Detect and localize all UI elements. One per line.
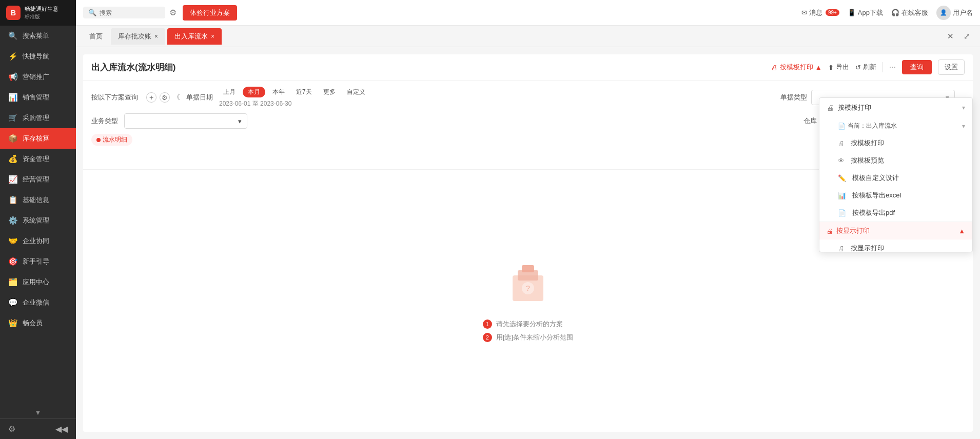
app-download-btn[interactable]: 📱 App下载 bbox=[848, 8, 883, 17]
member-icon: 👑 bbox=[8, 318, 17, 328]
sidebar-item-enterprise[interactable]: 🤝 企业协同 bbox=[0, 231, 76, 251]
online-service-btn[interactable]: 🎧 在线客服 bbox=[891, 8, 928, 17]
basic-icon: 📋 bbox=[8, 195, 17, 205]
date-custom-btn[interactable]: 自定义 bbox=[343, 87, 369, 97]
maximize-btn[interactable]: ⤢ bbox=[961, 30, 973, 43]
chevron-up-icon: ▲ bbox=[958, 227, 965, 235]
date-filter: 上月 本月 本年 近7天 更多 自定义 2023-06-01 至 2023-06… bbox=[219, 87, 369, 108]
tab-close-icon[interactable]: × bbox=[154, 33, 158, 40]
sidebar-item-finance[interactable]: 💰 资金管理 bbox=[0, 149, 76, 169]
empty-tips: 1 请先选择要分析的方案 2 用[选]条件来缩小分析范围 bbox=[483, 320, 573, 342]
settings-button[interactable]: 设置 bbox=[938, 59, 965, 75]
print-icon: 🖨 bbox=[838, 245, 845, 252]
display-print-section-label: 按显示打印 bbox=[836, 226, 870, 235]
sidebar-item-quick-nav[interactable]: ⚡ 快捷导航 bbox=[0, 46, 76, 67]
template-preview-item[interactable]: 👁 按模板预览 bbox=[819, 152, 972, 169]
tab-label: 出入库流水 bbox=[174, 32, 208, 41]
design-icon: ✏️ bbox=[838, 174, 846, 182]
message-badge: 99+ bbox=[826, 9, 839, 16]
sidebar-item-purchase[interactable]: 🛒 采购管理 bbox=[0, 108, 76, 128]
print-btn[interactable]: 🖨 按模板打印 ▲ bbox=[771, 63, 822, 72]
dropdown-scrollable: 🖨 按模板打印 ▾ 📄 当前：出入库流水 ▾ 🖨 按模板打印 bbox=[819, 98, 972, 252]
query-button[interactable]: 查询 bbox=[902, 60, 932, 74]
quick-nav-icon: ⚡ bbox=[8, 52, 17, 61]
sidebar-item-marketing[interactable]: 📢 营销推广 bbox=[0, 67, 76, 87]
sidebar-item-search[interactable]: 🔍 搜索菜单 bbox=[0, 26, 76, 46]
tab-label: 库存批次账 bbox=[118, 32, 151, 41]
template-export-excel-label: 按模板导出excel bbox=[852, 191, 901, 200]
template-export-pdf-label: 按模板导出pdf bbox=[852, 208, 895, 217]
sidebar-item-basic[interactable]: 📋 基础信息 bbox=[0, 190, 76, 210]
filter-collapse-btn[interactable]: 《 bbox=[173, 93, 180, 102]
sidebar-scroll-down[interactable]: ▼ bbox=[0, 407, 76, 418]
display-print-header[interactable]: 🖨 按显示打印 ▲ bbox=[819, 222, 972, 240]
pdf-icon: 📄 bbox=[838, 209, 846, 217]
tab-inventory-batch[interactable]: 库存批次账 × bbox=[111, 28, 165, 45]
excel-icon: 📊 bbox=[838, 192, 846, 199]
sidebar-item-app-center[interactable]: 🗂️ 应用中心 bbox=[0, 272, 76, 292]
collapse-icon[interactable]: ◀◀ bbox=[55, 424, 68, 434]
filter-setting-btn[interactable]: ⚙ bbox=[160, 92, 170, 103]
message-btn[interactable]: ✉ 消息 99+ bbox=[801, 8, 839, 17]
template-export-pdf-item[interactable]: 📄 按模板导出pdf bbox=[819, 204, 972, 222]
sidebar-item-inventory[interactable]: 📦 库存核算 bbox=[0, 128, 76, 149]
sidebar-item-wechat[interactable]: 💬 企业微信 bbox=[0, 292, 76, 313]
app-download-label: App下载 bbox=[858, 8, 883, 17]
tab-in-out-flow[interactable]: 出入库流水 × bbox=[167, 28, 222, 45]
settings-icon[interactable]: ⚙ bbox=[8, 424, 15, 434]
warehouse-label: 仓库 bbox=[803, 116, 817, 126]
template-export-excel-item[interactable]: 📊 按模板导出excel bbox=[819, 187, 972, 204]
topbar-search-box[interactable]: 🔍 bbox=[83, 7, 165, 18]
date-this-month-btn[interactable]: 本月 bbox=[243, 87, 265, 97]
template-design-item[interactable]: ✏️ 模板自定义设计 bbox=[819, 169, 972, 187]
sidebar-bottom: ⚙ ◀◀ bbox=[0, 418, 76, 439]
system-icon: ⚙️ bbox=[8, 216, 17, 225]
document-icon: 📄 bbox=[838, 123, 846, 130]
refresh-btn[interactable]: ↺ 刷新 bbox=[855, 63, 876, 72]
marketing-icon: 📢 bbox=[8, 72, 17, 82]
template-print-header[interactable]: 🖨 按模板打印 ▾ bbox=[819, 98, 972, 117]
filter-add-btn[interactable]: + bbox=[146, 92, 156, 103]
search-icon: 🔍 bbox=[8, 31, 17, 41]
sidebar-item-label: 采购管理 bbox=[23, 113, 49, 123]
date-more-btn[interactable]: 更多 bbox=[319, 87, 340, 97]
sidebar-item-system[interactable]: ⚙️ 系统管理 bbox=[0, 210, 76, 231]
main-area: 🔍 ⚙ 体验行业方案 ✉ 消息 99+ 📱 App下载 🎧 在线客服 👤 用户名 bbox=[76, 0, 980, 439]
template-print-item-label: 按模板打印 bbox=[851, 138, 884, 148]
sidebar-item-guide[interactable]: 🎯 新手引导 bbox=[0, 251, 76, 272]
sidebar-item-label: 销售管理 bbox=[23, 93, 49, 102]
template-print-item[interactable]: 🖨 按模板打印 bbox=[819, 134, 972, 152]
template-print-section: 🖨 按模板打印 ▾ 📄 当前：出入库流水 ▾ 🖨 按模板打印 bbox=[819, 98, 972, 222]
guide-icon: 🎯 bbox=[8, 257, 17, 266]
business-type-select[interactable]: ▾ bbox=[124, 113, 247, 129]
search-input[interactable] bbox=[100, 9, 161, 16]
wechat-icon: 💬 bbox=[8, 298, 17, 307]
business-type-label: 业务类型 bbox=[91, 116, 118, 126]
sidebar-item-member[interactable]: 👑 畅会员 bbox=[0, 313, 76, 333]
flow-dot bbox=[96, 138, 101, 142]
date-this-year-btn[interactable]: 本年 bbox=[268, 87, 289, 97]
industry-btn[interactable]: 体验行业方案 bbox=[183, 5, 237, 21]
sidebar-logo: B 畅捷通好生意 标准版 bbox=[0, 0, 76, 26]
sidebar-item-label: 库存核算 bbox=[23, 134, 49, 143]
search-icon: 🔍 bbox=[88, 9, 96, 16]
sidebar: B 畅捷通好生意 标准版 🔍 搜索菜单 ⚡ 快捷导航 📢 营销推广 📊 销售管理… bbox=[0, 0, 76, 439]
flow-tag[interactable]: 流水明细 bbox=[91, 134, 132, 146]
online-service-label: 在线客服 bbox=[901, 8, 928, 17]
print-label: 按模板打印 bbox=[780, 63, 813, 72]
date-range-display: 2023-06-01 至 2023-06-30 bbox=[219, 99, 369, 108]
tab-close-icon[interactable]: × bbox=[211, 33, 214, 40]
export-btn[interactable]: ⬆ 导出 bbox=[828, 63, 849, 72]
logo-icon: B bbox=[6, 6, 21, 20]
more-actions-icon[interactable]: ··· bbox=[889, 63, 896, 72]
tab-home[interactable]: 首页 bbox=[83, 29, 109, 44]
display-print-item[interactable]: 🖨 按显示打印 bbox=[819, 240, 972, 252]
sidebar-item-label: 畅会员 bbox=[23, 318, 43, 328]
user-profile-btn[interactable]: 👤 用户名 bbox=[936, 6, 973, 20]
settings-gear-icon[interactable]: ⚙ bbox=[169, 8, 177, 17]
sidebar-item-business[interactable]: 📈 经营管理 bbox=[0, 169, 76, 190]
close-tab-btn[interactable]: ✕ bbox=[944, 30, 956, 43]
sidebar-item-sales[interactable]: 📊 销售管理 bbox=[0, 87, 76, 108]
date-last-7-days-btn[interactable]: 近7天 bbox=[292, 87, 316, 97]
date-last-month-btn[interactable]: 上月 bbox=[219, 87, 240, 97]
